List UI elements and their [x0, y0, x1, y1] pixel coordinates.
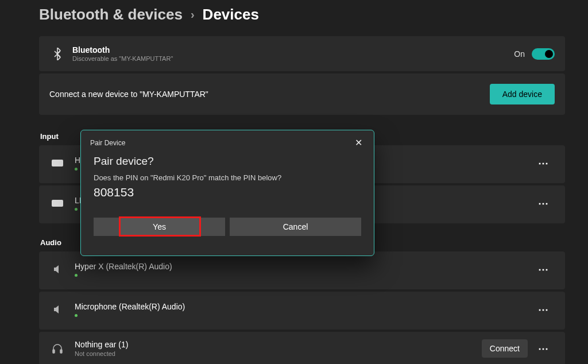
- keyboard-icon: [49, 156, 65, 170]
- pair-device-dialog: Pair Device ✕ Pair device? Does the PIN …: [80, 130, 374, 256]
- add-device-card: Connect a new device to "MY-KAMPUTTAR" A…: [39, 73, 565, 115]
- connect-button[interactable]: Connect: [482, 339, 528, 358]
- add-device-text: Connect a new device to "MY-KAMPUTTAR": [49, 90, 208, 99]
- breadcrumb-current: Devices: [203, 6, 259, 24]
- add-device-button[interactable]: Add device: [490, 84, 555, 104]
- status-dot-icon: [75, 274, 78, 277]
- bluetooth-toggle-card: Bluetooth Discoverable as "MY-KAMPUTTAR"…: [39, 36, 565, 71]
- more-button[interactable]: ⋯: [532, 339, 555, 358]
- device-name: Nothing ear (1): [75, 340, 128, 349]
- more-button[interactable]: ⋯: [532, 300, 555, 319]
- svg-rect-1: [60, 350, 62, 353]
- more-button[interactable]: ⋯: [532, 193, 555, 213]
- more-button[interactable]: ⋯: [532, 260, 555, 279]
- device-row-audio-1[interactable]: Microphone (Realtek(R) Audio) ⋯: [39, 292, 565, 330]
- device-row-audio-2[interactable]: Nothing ear (1) Not connected Connect ⋯: [39, 332, 565, 364]
- dialog-title: Pair device?: [94, 155, 361, 168]
- yes-button[interactable]: Yes: [94, 218, 225, 236]
- bluetooth-subtitle: Discoverable as "MY-KAMPUTTAR": [72, 55, 173, 62]
- dialog-pin: 808153: [94, 185, 361, 199]
- status-dot-icon: [75, 314, 78, 317]
- headphones-icon: [49, 342, 65, 355]
- speaker-icon: [49, 303, 65, 316]
- bluetooth-toggle[interactable]: [532, 48, 555, 60]
- breadcrumb: Bluetooth & devices › Devices: [39, 6, 565, 24]
- breadcrumb-parent[interactable]: Bluetooth & devices: [39, 6, 183, 24]
- speaker-icon: [49, 262, 65, 276]
- device-name: Hyper X (Realtek(R) Audio): [75, 262, 172, 271]
- keyboard-icon: [49, 196, 65, 210]
- close-icon[interactable]: ✕: [351, 136, 366, 149]
- cancel-button[interactable]: Cancel: [230, 218, 361, 236]
- bluetooth-state-label: On: [514, 49, 525, 59]
- bluetooth-icon: [49, 48, 65, 60]
- dialog-message: Does the PIN on "Redmi K20 Pro" match th…: [94, 173, 361, 182]
- svg-rect-0: [53, 350, 55, 353]
- status-dot-icon: [75, 208, 78, 211]
- status-dot-icon: [75, 168, 78, 171]
- device-row-audio-0[interactable]: Hyper X (Realtek(R) Audio) ⋯: [39, 251, 565, 289]
- chevron-right-icon: ›: [191, 8, 195, 21]
- device-status: Not connected: [75, 350, 128, 357]
- bluetooth-title: Bluetooth: [72, 45, 173, 55]
- device-name: Microphone (Realtek(R) Audio): [75, 302, 185, 311]
- more-button[interactable]: ⋯: [532, 153, 555, 173]
- dialog-window-title: Pair Device: [90, 139, 125, 147]
